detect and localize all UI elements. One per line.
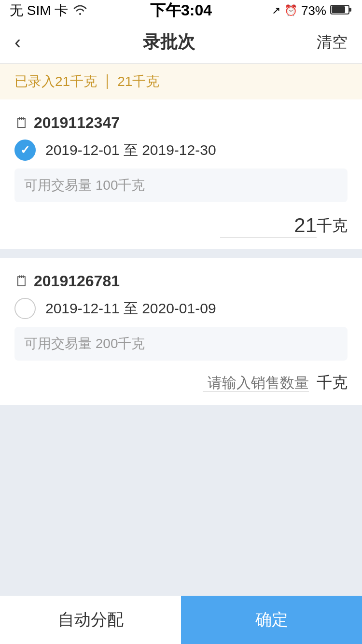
battery-text: 73%: [301, 3, 326, 18]
info-banner: 已录入21千克 21千克: [0, 64, 362, 99]
batch-radio-1[interactable]: [14, 140, 36, 161]
auto-distribute-button[interactable]: 自动分配: [0, 596, 181, 644]
info-divider: [107, 74, 108, 89]
bottom-bar: 自动分配 确定: [0, 596, 362, 644]
qty-input-1[interactable]: [220, 214, 317, 238]
battery-icon: [330, 3, 352, 18]
batch-doc-icon-2: 🗒: [14, 273, 29, 290]
batch-card-2: 🗒 2019126781 2019-12-11 至 2020-01-09 可用交…: [0, 258, 362, 361]
status-time: 下午3:04: [150, 0, 212, 21]
nav-bar: ‹ 录批次 清空: [0, 21, 362, 64]
avail-box-1: 可用交易量 100千克: [14, 168, 348, 202]
qty-unit-1: 千克: [317, 215, 348, 237]
clear-button[interactable]: 清空: [317, 32, 348, 53]
status-carrier: 无 SIM 卡: [10, 1, 87, 20]
empty-area: [0, 405, 362, 598]
wifi-icon: [73, 3, 87, 18]
batch-row-2: 2019-12-11 至 2020-01-09: [14, 298, 348, 319]
input-row-2: 千克: [0, 361, 362, 405]
avail-text-1: 可用交易量 100千克: [24, 178, 145, 193]
batch-radio-2[interactable]: [14, 298, 36, 319]
qty-input-2[interactable]: [203, 375, 309, 392]
back-button[interactable]: ‹: [14, 31, 21, 53]
qty-unit-2: 千克: [317, 372, 348, 393]
batch-header-2: 🗒 2019126781: [14, 272, 348, 290]
batch-id-2: 2019126781: [34, 272, 120, 290]
avail-box-2: 可用交易量 200千克: [14, 327, 348, 361]
status-icons: ↗ ⏰ 73%: [272, 3, 352, 18]
batch-doc-icon-1: 🗒: [14, 115, 29, 131]
alarm-icon: ⏰: [284, 4, 297, 17]
section-separator: [0, 249, 362, 258]
batch-date-2: 2019-12-11 至 2020-01-09: [45, 299, 216, 319]
batch-id-1: 2019112347: [34, 114, 120, 132]
carrier-text: 无 SIM 卡: [10, 1, 68, 20]
batch-date-1: 2019-12-01 至 2019-12-30: [45, 140, 216, 160]
batch-header-1: 🗒 2019112347: [14, 114, 348, 132]
qty-row-1: 千克: [0, 202, 362, 249]
batch-row-1: 2019-12-01 至 2019-12-30: [14, 140, 348, 161]
svg-rect-1: [349, 8, 351, 12]
status-bar: 无 SIM 卡 下午3:04 ↗ ⏰ 73%: [0, 0, 362, 21]
page-title: 录批次: [143, 30, 195, 54]
entered-amount: 已录入21千克: [14, 72, 97, 91]
total-amount: 21千克: [117, 72, 159, 91]
avail-text-2: 可用交易量 200千克: [24, 336, 145, 351]
location-icon: ↗: [272, 4, 280, 17]
svg-rect-2: [332, 6, 345, 13]
confirm-button[interactable]: 确定: [181, 596, 362, 644]
batch-card-1: 🗒 2019112347 2019-12-01 至 2019-12-30 可用交…: [0, 99, 362, 202]
